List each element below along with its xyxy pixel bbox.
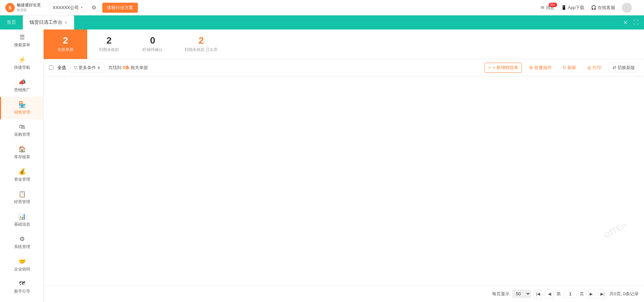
stat-label-wangpu: 旺铺待确认 [143,47,163,53]
main-layout: ☰ 搜索菜单 ⚡ 快捷导航 📣 营销推广 🏪 销售管理 🛍 采购管理 🏠 库存核… [0,29,644,302]
online-service-action[interactable]: 🎧 在线客服 [591,5,615,11]
stat-num-wangpu: 0 [150,35,155,46]
sidebar-item-quicknav[interactable]: ⚡ 快捷导航 [0,52,43,74]
stat-num-all: 2 [63,35,68,46]
toolbar: 全选 ▽ 更多条件 ∨ 共找到 0条 相关单据 + + 新增销货单 ⊞ 批量操作 [44,59,644,76]
filter-button[interactable]: ▽ 更多条件 ∨ [70,63,104,73]
tab-bar: 首页 钱货日清工作台 ✕ ✕ ⛶ [0,15,644,29]
stat-num-overdue: 2 [106,35,112,46]
purchase-icon: 🛍 [19,123,25,130]
sidebar-label-enterprise: 企业协同 [14,266,30,272]
sidebar-label-sales: 销售管理 [14,110,30,115]
app-download-action[interactable]: 📱 App下载 [561,5,584,11]
found-text: 共找到 0条 相关单据 [108,65,148,71]
sidebar-label-basic-info: 基础信息 [14,222,30,227]
settings-icon[interactable]: ⚙ [89,3,99,13]
sidebar-label-search: 搜索菜单 [14,42,30,48]
stat-card-overdue[interactable]: 2 到期未收款 [87,29,131,59]
sidebar-label-quicknav: 快捷导航 [14,65,30,70]
quick-nav-icon: ⚡ [18,56,26,63]
marketing-icon: 📣 [18,78,26,86]
finance-icon: 💰 [18,168,26,175]
stat-card-shipped[interactable]: 2 到期未收款 已出库 [174,29,228,59]
company-selector[interactable]: XXXXXX公司 ▾ [49,3,86,12]
tab-workbench[interactable]: 钱货日清工作台 ✕ [23,15,74,29]
operation-icon: 📋 [18,190,26,198]
logo-area: 6 畅捷通好生意 标准版 [5,3,49,13]
trial-button[interactable]: 体验行业方案 [102,3,138,13]
app-edition: 标准版 [17,8,41,12]
found-count: 0条 [123,65,129,70]
filter-icon: ▽ [74,65,77,70]
chevron-icon: ∨ [97,65,101,70]
first-page-button[interactable]: |◀ [534,290,542,298]
sidebar-item-basic-info[interactable]: 📊 基础信息 [0,209,43,231]
sidebar-item-marketing[interactable]: 📣 营销推广 [0,74,43,97]
sidebar-item-finance[interactable]: 💰 资金管理 [0,164,43,186]
sidebar-item-operation[interactable]: 📋 经营管理 [0,186,43,209]
sidebar-label-inventory: 库存核算 [14,154,30,160]
basic-info-icon: 📊 [18,213,26,220]
stats-row: 2 全部单据 2 到期未收款 0 旺铺待确认 2 到期未收款 已出库 [44,29,644,59]
logo-icon: 6 [5,3,15,12]
guide-icon: 🗺 [19,280,25,287]
per-page-select[interactable]: 50 100 200 [512,290,531,298]
per-page-label: 每页显示 [492,291,509,297]
next-page-button[interactable]: ▶ [587,290,595,298]
prev-page-button[interactable]: ◀ [545,290,554,298]
expand-icon[interactable]: ⛶ [632,18,640,26]
last-page-button[interactable]: ▶| [598,290,607,298]
system-icon: ⚙ [19,235,25,243]
stat-card-all[interactable]: 2 全部单据 [44,29,87,59]
total-info: 共0页, 0条记录 [609,291,639,297]
sidebar-item-search[interactable]: ☰ 搜索菜单 [0,29,43,52]
sidebar-item-purchase[interactable]: 🛍 采购管理 [0,119,43,141]
message-badge: 99+ [549,3,557,7]
print-button[interactable]: 🖨 打印 [584,63,605,72]
sidebar-item-inventory[interactable]: 🏠 库存核算 [0,141,43,164]
tab-home[interactable]: 首页 [0,15,23,29]
select-all-checkbox[interactable] [49,65,53,70]
chevron-down-icon: ▾ [81,6,83,9]
message-icon: ✉ [541,5,544,10]
online-service-label: 在线客服 [598,5,615,11]
sidebar-item-appcenter[interactable]: 📦 应用中心 [0,298,43,302]
batch-button[interactable]: ⊞ 批量操作 [526,63,555,72]
messages-action[interactable]: ✉ 消息 99+ [541,5,554,11]
toolbar-right: + + 新增销货单 ⊞ 批量操作 ↻ 刷新 🖨 打印 ⇄ 切换新版 [484,63,639,73]
batch-icon: ⊞ [529,65,533,70]
top-header: 6 畅捷通好生意 标准版 XXXXXX公司 ▾ ⚙ 体验行业方案 ✉ 消息 99… [0,0,644,15]
enterprise-icon: 🤝 [18,258,26,265]
stat-card-wangpu[interactable]: 0 旺铺待确认 [131,29,174,59]
filter-label: 更多条件 [78,65,96,71]
print-icon: 🖨 [587,65,591,70]
sidebar-item-guide[interactable]: 🗺 新手引导 [0,276,43,298]
minimize-icon[interactable]: ✕ [621,18,629,26]
sidebar-label-marketing: 营销推广 [14,87,30,93]
page-label: 第 [556,291,561,297]
sidebar-label-guide: 新手引导 [14,289,30,294]
sidebar-label-system: 系统管理 [14,244,30,250]
sidebar-item-enterprise[interactable]: 🤝 企业协同 [0,254,43,276]
page-input[interactable] [564,290,577,298]
stat-label-overdue: 到期未收款 [99,47,119,53]
refresh-button[interactable]: ↻ 刷新 [559,63,580,72]
close-icon[interactable]: ✕ [64,20,67,25]
sidebar-item-sales[interactable]: 🏪 销售管理 [0,97,43,119]
sidebar-label-finance: 资金管理 [14,177,30,182]
stat-num-shipped: 2 [199,35,204,46]
sidebar-label-operation: 经营管理 [14,199,30,205]
app-download-label: App下载 [568,5,584,11]
company-name: XXXXXX公司 [53,5,79,11]
avatar[interactable] [622,3,632,13]
sidebar-item-system[interactable]: ⚙ 系统管理 [0,231,43,254]
page-label2: 页 [580,291,584,297]
stat-label-shipped: 到期未收款 已出库 [184,47,218,53]
app-name: 畅捷通好生意 [17,3,41,8]
add-order-button[interactable]: + + 新增销货单 [484,63,522,73]
pagination-bar: 每页显示 50 100 200 |◀ ◀ 第 页 ▶ ▶| 共0页, 0条记录 [44,285,644,302]
switch-new-button[interactable]: ⇄ 切换新版 [609,63,639,73]
header-right: ✉ 消息 99+ 📱 App下载 🎧 在线客服 [541,3,639,13]
stat-label-all: 全部单据 [57,47,73,53]
sidebar-label-purchase: 采购管理 [14,132,30,137]
